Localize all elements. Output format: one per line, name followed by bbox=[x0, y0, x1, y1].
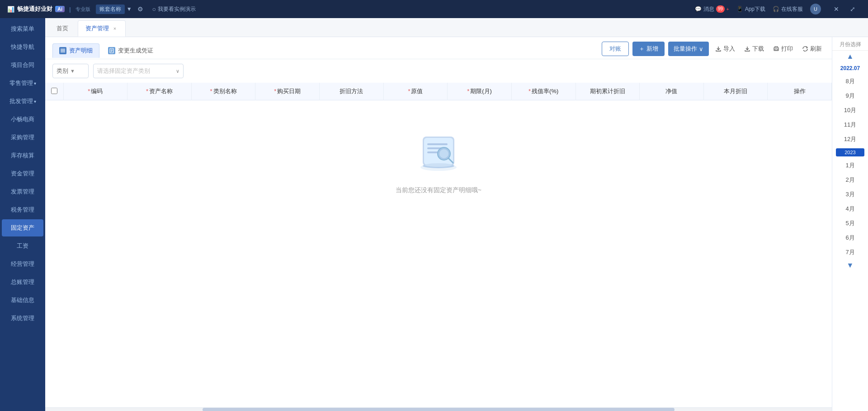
account-selector[interactable]: 账套名称 ▼ bbox=[96, 5, 132, 14]
month-item-6[interactable]: 6月 bbox=[832, 231, 868, 245]
sidebar-item-system[interactable]: 系统管理 bbox=[2, 310, 43, 327]
sidebar-item-salary[interactable]: 工资 bbox=[2, 237, 43, 255]
online-service-button[interactable]: 🎧 在线客服 bbox=[773, 5, 803, 13]
svg-rect-0 bbox=[61, 49, 65, 50]
th-operation: 操作 bbox=[768, 83, 832, 100]
month-panel: 月份选择 ▲ 2022.07 8月 9月 10月 11月 12月 2023 1月… bbox=[832, 37, 868, 411]
tab-asset-management[interactable]: 资产管理 × bbox=[78, 20, 126, 37]
user-avatar[interactable]: U bbox=[810, 4, 821, 14]
th-period: *期限(月) bbox=[448, 83, 512, 100]
th-code: *编码 bbox=[63, 83, 127, 100]
month-item-8[interactable]: 8月 bbox=[832, 74, 868, 89]
message-icon: 💬 bbox=[695, 6, 702, 12]
download-button[interactable]: 下载 bbox=[741, 42, 767, 56]
app-brand: 📊 畅捷通好业财 Ai | 专业版 bbox=[7, 5, 90, 13]
window-maximize-button[interactable]: ⤢ bbox=[844, 0, 861, 18]
batch-button[interactable]: 批量操作 ∨ bbox=[668, 42, 709, 56]
month-item-12[interactable]: 12月 bbox=[832, 132, 868, 146]
category-filter-type[interactable]: 类别 ▼ bbox=[52, 64, 89, 78]
svg-point-16 bbox=[439, 149, 448, 158]
month-year-2022[interactable]: 2022.07 bbox=[832, 62, 868, 74]
sidebar-item-tax[interactable]: 税务管理 bbox=[2, 201, 43, 218]
message-button[interactable]: 💬 消息 99 + bbox=[695, 5, 729, 13]
window-close-button[interactable]: ✕ bbox=[828, 0, 844, 18]
avatar-initials: U bbox=[814, 6, 817, 12]
sidebar: 搜索菜单 快捷导航 项目合同 零售管理▾ 批发管理▾ 小畅电商 采购管理 库存核… bbox=[0, 18, 45, 411]
sub-tab-change-voucher[interactable]: 变更生成凭证 bbox=[101, 43, 160, 58]
import-button[interactable]: 导入 bbox=[712, 42, 738, 56]
svg-point-19 bbox=[425, 163, 452, 167]
month-item-2[interactable]: 2月 bbox=[832, 173, 868, 187]
print-button[interactable]: 打印 bbox=[770, 42, 796, 56]
reconcile-button[interactable]: 对账 bbox=[602, 42, 629, 56]
sidebar-item-wholesale[interactable]: 批发管理▾ bbox=[2, 93, 43, 110]
download-label: 下载 bbox=[752, 45, 764, 53]
sub-tab-bar: 资产明细 变更生成凭证 对账 ＋ 新增 bbox=[45, 37, 832, 59]
sidebar-item-quicknav[interactable]: 快捷导航 bbox=[2, 38, 43, 56]
sidebar-item-ledger[interactable]: 总账管理 bbox=[2, 274, 43, 291]
month-item-3[interactable]: 3月 bbox=[832, 187, 868, 202]
app-title: 畅捷通好业财 bbox=[17, 5, 52, 13]
sidebar-item-search[interactable]: 搜索菜单 bbox=[2, 20, 43, 38]
month-item-11[interactable]: 11月 bbox=[832, 118, 868, 132]
print-label: 打印 bbox=[781, 45, 793, 53]
sidebar-item-purchase[interactable]: 采购管理 bbox=[2, 129, 43, 146]
sidebar-item-inventory[interactable]: 库存核算 bbox=[2, 147, 43, 164]
sidebar-item-retail[interactable]: 零售管理▾ bbox=[2, 75, 43, 92]
settings-icon[interactable]: ⚙ bbox=[137, 5, 143, 13]
sidebar-item-fixed-assets[interactable]: 固定资产 bbox=[2, 219, 43, 236]
filter-toolbar: 类别 ▼ 请选择固定资产类别 ∨ bbox=[45, 59, 832, 83]
category-type-arrow: ▼ bbox=[70, 68, 75, 74]
download-icon bbox=[744, 46, 750, 52]
app-download-label: App下载 bbox=[745, 5, 765, 13]
sidebar-item-finance[interactable]: 资金管理 bbox=[2, 165, 43, 182]
batch-dropdown-icon: ∨ bbox=[699, 46, 703, 52]
tab-home[interactable]: 首页 bbox=[49, 20, 76, 37]
month-item-10[interactable]: 10月 bbox=[832, 103, 868, 118]
tab-home-label: 首页 bbox=[57, 24, 68, 33]
month-item-7[interactable]: 7月 bbox=[832, 245, 868, 260]
app-download-icon: 📱 bbox=[736, 6, 743, 12]
horizontal-scrollbar[interactable] bbox=[45, 407, 832, 411]
headset-icon: 🎧 bbox=[773, 6, 779, 12]
year-badge-2023: 2023 bbox=[836, 148, 864, 156]
svg-rect-12 bbox=[427, 143, 448, 145]
sidebar-item-project[interactable]: 项目合同 bbox=[2, 57, 43, 74]
refresh-button[interactable]: 刷新 bbox=[799, 42, 825, 56]
scrollbar-thumb bbox=[203, 408, 675, 411]
select-all-checkbox[interactable] bbox=[51, 88, 57, 94]
th-monthly-depreciation: 本月折旧 bbox=[703, 83, 768, 100]
demo-link[interactable]: 我要看实例演示 bbox=[152, 5, 196, 13]
month-item-1[interactable]: 1月 bbox=[832, 158, 868, 173]
top-bar: 📊 畅捷通好业财 Ai | 专业版 账套名称 ▼ ⚙ 我要看实例演示 💬 消息 … bbox=[0, 0, 868, 18]
empty-row: 当前您还没有固定资产明细哦~ bbox=[45, 100, 832, 222]
print-icon bbox=[773, 46, 779, 52]
account-dropdown-arrow[interactable]: ▼ bbox=[127, 6, 132, 12]
month-nav-up[interactable]: ▲ bbox=[832, 51, 868, 62]
sub-tab-asset-detail[interactable]: 资产明细 bbox=[52, 43, 99, 58]
add-button[interactable]: ＋ 新增 bbox=[632, 42, 665, 56]
month-item-4[interactable]: 4月 bbox=[832, 202, 868, 216]
category-filter-value[interactable]: 请选择固定资产类别 ∨ bbox=[93, 64, 184, 78]
content-area: 首页 资产管理 × 资产明细 bbox=[45, 18, 868, 411]
app-download-button[interactable]: 📱 App下载 bbox=[736, 5, 765, 13]
sidebar-item-invoice[interactable]: 发票管理 bbox=[2, 183, 43, 200]
app-subtitle: 专业版 bbox=[75, 6, 90, 13]
sidebar-item-operations[interactable]: 经营管理 bbox=[2, 255, 43, 273]
batch-label: 批量操作 bbox=[674, 45, 697, 53]
add-label: 新增 bbox=[646, 45, 658, 53]
svg-rect-8 bbox=[775, 49, 778, 50]
category-label: 类别 bbox=[57, 67, 68, 75]
ai-badge: Ai bbox=[55, 6, 65, 12]
th-category: *类别名称 bbox=[191, 83, 255, 100]
month-nav-down[interactable]: ▼ bbox=[832, 260, 868, 271]
month-item-5[interactable]: 5月 bbox=[832, 216, 868, 231]
online-service-label: 在线客服 bbox=[781, 5, 803, 13]
sidebar-item-basic-info[interactable]: 基础信息 bbox=[2, 292, 43, 309]
sidebar-item-ecommerce[interactable]: 小畅电商 bbox=[2, 111, 43, 128]
empty-cell: 当前您还没有固定资产明细哦~ bbox=[45, 100, 832, 222]
tab-close-button[interactable]: × bbox=[112, 25, 118, 32]
month-item-9[interactable]: 9月 bbox=[832, 89, 868, 103]
retail-arrow-icon: ▾ bbox=[34, 81, 36, 86]
asset-table: *编码 *资产名称 *类别名称 *购买日期 折旧方法 *原值 *期限(月) *残… bbox=[45, 83, 832, 222]
